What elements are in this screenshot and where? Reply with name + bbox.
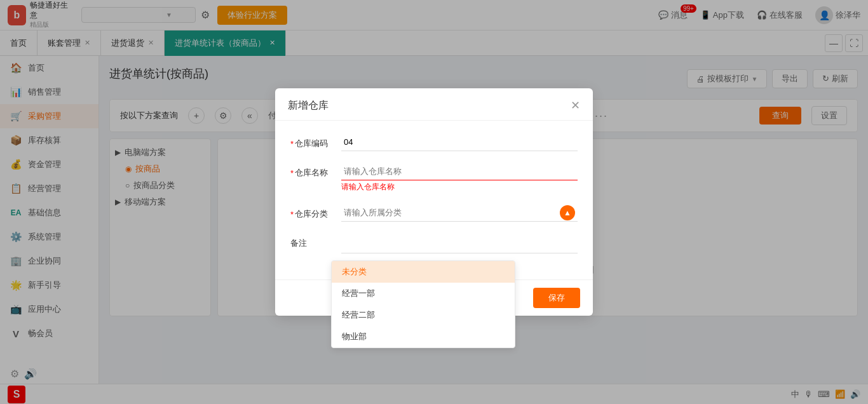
warehouse-remark-content <box>341 233 578 255</box>
dropdown-item-ops1[interactable]: 经营一部 <box>332 283 515 304</box>
warehouse-remark-field: 备注 <box>290 233 578 255</box>
modal-body: * 仓库编码 * 仓库名称 请输入仓库名称 <box>275 121 593 279</box>
warehouse-category-input[interactable] <box>341 204 578 222</box>
modal-overlay[interactable]: 新增仓库 ✕ * 仓库编码 * 仓库名称 <box>0 0 868 404</box>
warehouse-code-content <box>341 133 578 151</box>
warehouse-remark-label: 备注 <box>290 233 341 249</box>
warehouse-name-label: * 仓库名称 <box>290 163 341 178</box>
dropdown-item-uncategorized[interactable]: 未分类 <box>332 261 515 283</box>
modal-header: 新增仓库 ✕ <box>275 88 593 121</box>
warehouse-remark-textarea[interactable] <box>341 233 578 253</box>
warehouse-name-field: * 仓库名称 请输入仓库名称 <box>290 163 578 192</box>
dropdown-item-ops2[interactable]: 经营二部 <box>332 304 515 326</box>
required-star-category: * <box>290 210 294 219</box>
category-dropdown-arrow[interactable]: ▲ <box>560 205 575 220</box>
category-select-container: ▲ <box>341 204 578 222</box>
warehouse-name-input[interactable] <box>341 163 578 180</box>
warehouse-category-label: * 仓库分类 <box>290 204 341 220</box>
required-star-code: * <box>290 139 294 149</box>
warehouse-code-input[interactable] <box>341 133 578 151</box>
save-button[interactable]: 保存 <box>533 288 580 308</box>
warehouse-name-content: 请输入仓库名称 <box>341 163 578 192</box>
modal-title: 新增仓库 <box>288 99 329 112</box>
warehouse-code-field: * 仓库编码 <box>290 133 578 151</box>
required-star-name: * <box>290 168 294 178</box>
warehouse-category-field: * 仓库分类 ▲ <box>290 204 578 222</box>
warehouse-name-error: 请输入仓库名称 <box>341 182 578 192</box>
warehouse-category-content: ▲ <box>341 204 578 222</box>
modal-close-button[interactable]: ✕ <box>571 98 580 112</box>
dropdown-item-property[interactable]: 物业部 <box>332 326 515 347</box>
category-dropdown-list: 未分类 经营一部 经营二部 物业部 <box>331 260 515 348</box>
new-warehouse-modal: 新增仓库 ✕ * 仓库编码 * 仓库名称 <box>275 88 593 316</box>
warehouse-code-label: * 仓库编码 <box>290 133 341 149</box>
